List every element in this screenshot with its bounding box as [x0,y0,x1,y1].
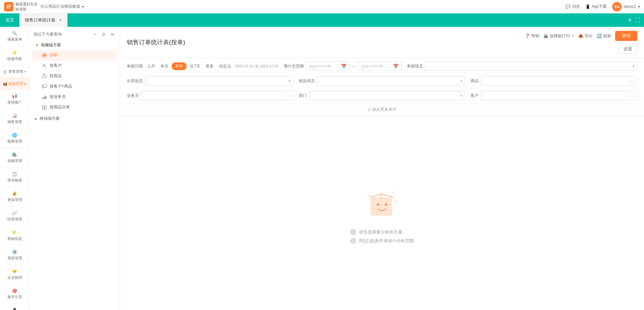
sidebar-item-search[interactable]: 🔍 搜索菜单 [0,27,29,46]
collapse-button[interactable]: ⋀ 收起更多条件 [368,107,396,112]
scheme-by-customer[interactable]: 按客户 [32,60,117,71]
mobile-scheme-group: ▶ 移动端方案 [30,114,120,123]
chevron-down-icon[interactable]: ▾ [82,4,84,9]
nav-tabs: 首页 销售订单统计表 ✕ ✕ ⛶ [0,13,644,27]
sidebar-item-purchase[interactable]: 🛍️ 采购管理 [0,148,29,168]
filter-tag-this-year[interactable]: 本年 [172,62,186,70]
svg-rect-5 [43,85,46,87]
search-icon: 🔍 [12,31,17,36]
empty-hints: 1 请先选择要分析的方案 2 用[过滤]条件来缩小分析范围 [350,229,414,244]
delivery-status-select[interactable]: ▾ [145,76,293,86]
start-date-input[interactable]: yyyy-mm-dd 📅 [306,61,350,71]
delivery-status-arrow-icon: ▾ [289,79,290,83]
left-panel-title: 按以下方案查询 [34,32,62,37]
left-panel-actions: ＋ ⚙ ≪ [92,31,116,38]
customer-dots-icon[interactable]: ··· [628,93,634,98]
filter-tag-more[interactable]: 更多 [204,62,216,70]
salesperson-label: 业务员 [127,93,139,99]
page-header-top: 销售订单统计表(按单) ❓ 帮助 🖨️ 按模板打印 [127,31,637,54]
sidebar-item-enterprise[interactable]: 🤝 企业协同 [0,265,29,285]
scheme-by-customer-product[interactable]: 按客户+商品 [32,81,117,92]
by-salesperson-icon [42,94,47,100]
print-button[interactable]: 🖨️ 按模板打印 ▼ [543,33,574,39]
export-button[interactable]: 📤 导出 [578,33,593,39]
settings-scheme-button[interactable]: ⚙ [100,31,107,38]
scheme-by-order[interactable]: 按单 [32,50,117,60]
chevron-up-icon: ▲ [24,82,27,86]
calendar-end-icon[interactable]: 📅 [393,64,398,69]
query-button[interactable]: 查询 [615,31,637,41]
sidebar-item-wholesale[interactable]: 📦 批发管理 ▲ [0,78,29,90]
svg-point-1 [43,54,45,56]
main-layout: 🔍 搜索菜单 ⭐ 快捷导航 🛒 零售管理 ▼ 📦 批发管理 ▲ 📢 营销推广 📊… [0,27,644,310]
left-panel-header: 按以下方案查询 ＋ ⚙ ≪ [30,31,120,40]
customer-select[interactable]: ··· [481,91,637,100]
refresh-button[interactable]: 🔄 刷新 [597,33,611,39]
empty-illustration [362,182,402,222]
salesperson-dots-icon[interactable]: ··· [284,93,290,98]
date-separator: — [352,64,356,69]
app-download-button[interactable]: 📱 App下载 [585,4,607,9]
sidebar-item-ecommerce[interactable]: 🌐 电商管理 [0,129,29,148]
mobile-group-header[interactable]: ▶ 移动端方案 [32,114,117,123]
enterprise-icon: 🤝 [12,269,17,274]
product-dots-icon[interactable]: ··· [628,78,634,84]
sidebar-item-sales[interactable]: 📊 销售管理 [0,109,29,129]
receipt-status-select[interactable]: ▾ [317,76,466,86]
department-arrow-icon: ▾ [461,94,462,98]
logo-area: 好 畅捷通好生意 标准版 [4,2,38,11]
tab-sales-order-stats[interactable]: 销售订单统计表 ✕ [19,13,67,27]
sidebar-item-operations[interactable]: 📈 经营管理 [0,207,29,226]
by-order-icon [42,53,47,58]
sidebar-item-quick-nav[interactable]: ⭐ 快捷导航 [0,46,29,66]
logo-icon: 好 [4,2,13,11]
department-select[interactable]: ▾ [309,91,466,100]
message-button[interactable]: 💬 消息 [566,4,580,9]
product-select[interactable]: ··· [481,76,637,86]
pc-scheme-group: ▼ 电脑端方案 按单 按客户 [30,40,120,112]
filter-tag-custom[interactable]: 自定义 [217,62,233,70]
filter-tag-last-month[interactable]: 上月 [145,62,157,70]
collapse-bar[interactable]: ⋀ 收起更多条件 [120,104,644,115]
end-date-input[interactable]: yyyy-mm-dd 📅 [358,61,401,71]
sidebar-item-retail[interactable]: 🛒 零售管理 ▼ [0,66,29,78]
close-window-icon[interactable]: ✕ [628,17,632,23]
sidebar-item-appcenter[interactable]: 📱 应用中心 [0,304,29,310]
salesperson-select[interactable]: ··· [141,91,293,100]
tab-home[interactable]: 首页 [0,13,19,27]
calendar-start-icon[interactable]: 📅 [341,64,346,69]
bill-status-select[interactable]: ▾ [425,61,637,71]
product-label: 商品 [471,78,479,84]
scheme-by-product[interactable]: 按商品 [32,71,117,81]
svg-rect-12 [370,197,392,216]
sidebar-item-system[interactable]: ⚙️ 系统管理 [0,246,29,265]
sidebar-item-marketing[interactable]: 📢 营销推广 [0,90,29,109]
sidebar-item-inventory[interactable]: 📋 库存核算 [0,168,29,187]
window-buttons: ✕ ⛶ [628,17,644,23]
filter-tag-7days[interactable]: 近7天 [188,62,202,70]
scheme-by-salesperson[interactable]: 按业务员 [32,92,117,102]
svg-rect-6 [42,98,43,99]
print-icon: 🖨️ [543,34,548,38]
pc-group-header[interactable]: ▼ 电脑端方案 [32,40,117,50]
sidebar-item-newguide[interactable]: 🎯 新手引导 [0,285,29,304]
sidebar-item-finance[interactable]: 💰 资金管理 [0,187,29,207]
print-arrow-icon: ▼ [571,34,574,38]
scheme-by-product-category[interactable]: 按商品分类 [32,102,117,112]
close-tab-icon[interactable]: ✕ [59,18,62,22]
customer-label: 客户 [471,93,479,99]
user-menu[interactable]: Ea demo2 ▾ [612,2,640,11]
help-button[interactable]: ❓ 帮助 [525,33,539,39]
sidebar-item-basic[interactable]: 📁 基础信息 [0,226,29,246]
svg-point-16 [394,199,397,202]
add-scheme-button[interactable]: ＋ [92,31,98,38]
export-icon: 📤 [578,34,583,38]
collapse-panel-button[interactable]: ≪ [109,31,116,38]
maximize-icon[interactable]: ⛶ [635,17,640,23]
finance-icon: 💰 [12,191,17,196]
mobile-group-label: 移动端方案 [40,116,60,121]
settings-button[interactable]: 设置 [619,44,637,54]
filter-tag-this-month[interactable]: 本月 [158,62,170,70]
by-customer-icon [42,63,47,68]
message-icon: 💬 [566,4,571,9]
